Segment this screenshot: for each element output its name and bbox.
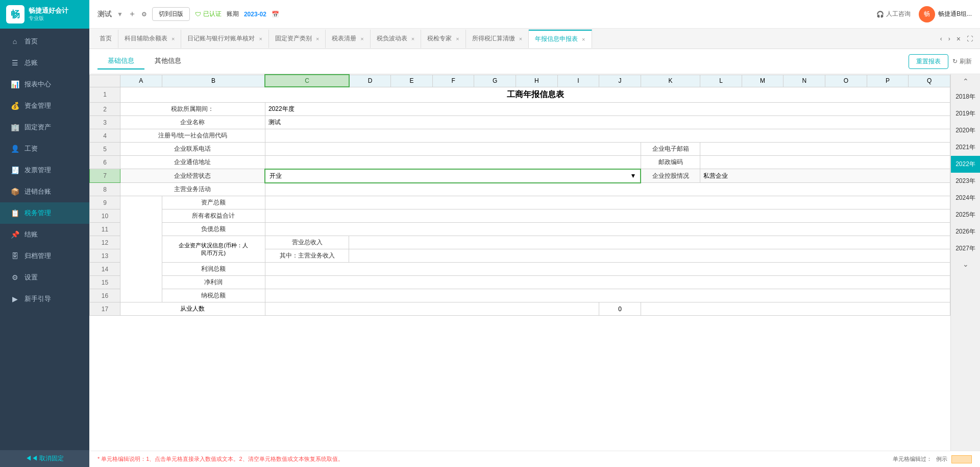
debt-label: 负债总额	[162, 223, 265, 236]
table-row: 11 负债总额	[90, 223, 950, 236]
sidebar-item-home[interactable]: ⌂ 首页	[0, 31, 89, 52]
expand-tab-button[interactable]: ⛶	[964, 33, 976, 44]
tab-journal-bank[interactable]: 日记账与银行对账单核对 ×	[181, 30, 268, 48]
total-tax-value[interactable]	[265, 289, 950, 302]
biz-status-cell[interactable]: 开业 ▼	[265, 169, 641, 183]
equity-label: 所有者权益合计	[162, 209, 265, 223]
employee-value-left[interactable]	[265, 302, 599, 316]
main-revenue-label: 其中：主营业务收入	[265, 249, 349, 263]
table-row: 10 所有者权益合计	[90, 209, 950, 223]
email-value[interactable]	[700, 143, 950, 156]
year-item-2019[interactable]: 2019年	[951, 105, 980, 122]
close-annual-report-icon[interactable]: ×	[582, 36, 585, 42]
sidebar-item-ledger[interactable]: ☰ 总账	[0, 52, 89, 74]
year-item-2025[interactable]: 2025年	[951, 206, 980, 223]
tab-annual-report[interactable]: 年报信息申报表 ×	[529, 30, 592, 48]
add-company-button[interactable]: ＋	[128, 9, 136, 19]
sidebar-item-invoice[interactable]: 🧾 发票管理	[0, 159, 89, 181]
sidebar-item-salary[interactable]: 👤 工资	[0, 138, 89, 159]
close-book-icon: 📌	[10, 230, 19, 239]
sidebar-item-fund[interactable]: 💰 资金管理	[0, 95, 89, 116]
row-num: 17	[90, 302, 120, 316]
employee-value[interactable]: 0	[599, 302, 641, 316]
spreadsheet-wrapper[interactable]: A B C D E F G H I J K L	[89, 74, 950, 451]
tab-fixed-asset-type[interactable]: 固定资产类别 ×	[269, 30, 326, 48]
row-num: 11	[90, 223, 120, 236]
reset-button[interactable]: 重置报表	[909, 54, 948, 69]
year-item-2024[interactable]: 2024年	[951, 190, 980, 206]
company-settings-icon[interactable]: ⚙	[141, 11, 147, 18]
tab-prev-button[interactable]: ‹	[937, 33, 945, 44]
col-k-header: K	[641, 75, 700, 87]
sidebar-item-guide[interactable]: ▶ 新手引导	[0, 288, 89, 310]
switch-old-button[interactable]: 切到旧版	[152, 7, 190, 21]
dropdown-arrow-icon[interactable]: ▼	[630, 172, 636, 179]
sidebar-item-stock[interactable]: 📦 进销台账	[0, 181, 89, 202]
refresh-button[interactable]: ↻ 刷新	[952, 57, 972, 66]
year-item-2022[interactable]: 2022年	[951, 156, 980, 173]
sidebar-item-close[interactable]: 📌 结账	[0, 224, 89, 245]
sidebar-item-fund-label: 资金管理	[24, 101, 51, 110]
year-item-2023[interactable]: 2023年	[951, 173, 980, 190]
reg-code-value[interactable]	[265, 129, 950, 143]
col-q-header: Q	[909, 75, 950, 87]
main-biz-label: 主营业务活动	[120, 183, 265, 196]
title-cell[interactable]: 工商年报信息表	[120, 87, 950, 103]
main-revenue-value[interactable]	[349, 249, 950, 263]
close-tax-expert-icon[interactable]: ×	[456, 36, 459, 42]
subtab-other-info[interactable]: 其他信息	[144, 53, 191, 69]
close-income-tax-icon[interactable]: ×	[519, 36, 522, 42]
year-item-2018[interactable]: 2018年	[951, 88, 980, 105]
sidebar-item-settings[interactable]: ⚙ 设置	[0, 267, 89, 288]
total-profit-value[interactable]	[265, 263, 950, 276]
year-item-2020[interactable]: 2020年	[951, 122, 980, 139]
cancel-pin-button[interactable]: ◀◀ 取消固定	[0, 450, 89, 467]
tab-fixed-asset-type-label: 固定资产类别	[275, 34, 312, 43]
tab-tax-table[interactable]: 税表清册 ×	[326, 30, 370, 48]
tab-home[interactable]: 首页	[93, 30, 118, 48]
equity-value[interactable]	[265, 209, 950, 223]
sidebar-item-asset[interactable]: 🏢 固定资产	[0, 116, 89, 138]
net-profit-value[interactable]	[265, 276, 950, 289]
sidebar-item-tax[interactable]: 📋 税务管理	[0, 202, 89, 224]
tab-next-button[interactable]: ›	[945, 33, 953, 44]
consult-button[interactable]: 🎧 人工咨询	[876, 10, 911, 18]
tab-income-tax[interactable]: 所得税汇算清缴 ×	[466, 30, 529, 48]
company-name-value[interactable]: 测试	[265, 116, 950, 129]
sidebar-item-archive[interactable]: 🗄 归档管理	[0, 245, 89, 267]
year-item-2021[interactable]: 2021年	[951, 139, 980, 156]
subtabs: 基础信息 其他信息	[97, 53, 191, 69]
close-journal-bank-icon[interactable]: ×	[259, 36, 262, 42]
year-item-2027[interactable]: 2027年	[951, 240, 980, 257]
phone-value[interactable]	[265, 143, 641, 156]
close-auxiliary-balance-icon[interactable]: ×	[172, 36, 175, 42]
tax-period-value[interactable]: 2022年度	[265, 103, 950, 116]
main-biz-value[interactable]	[265, 183, 950, 196]
year-scroll-down-button[interactable]: ⌄	[951, 257, 980, 271]
debt-value[interactable]	[265, 223, 950, 236]
total-asset-value[interactable]	[265, 196, 950, 209]
address-value[interactable]	[265, 156, 641, 169]
calendar-icon[interactable]: 📅	[272, 11, 279, 18]
tab-tax-expert[interactable]: 税检专家 ×	[421, 30, 465, 48]
table-row: 9 资产总额	[90, 196, 950, 209]
year-item-2026[interactable]: 2026年	[951, 223, 980, 240]
close-tax-table-icon[interactable]: ×	[360, 36, 363, 42]
close-fixed-asset-type-icon[interactable]: ×	[316, 36, 319, 42]
close-all-tabs-button[interactable]: ×	[953, 33, 964, 45]
tab-tax-fluctuation[interactable]: 税负波动表 ×	[371, 30, 421, 48]
year-scroll-up-button[interactable]: ⌃	[951, 74, 980, 88]
sidebar-item-report[interactable]: 📊 报表中心	[0, 74, 89, 95]
postcode-value[interactable]	[700, 156, 950, 169]
col-m-header: M	[742, 75, 783, 87]
asset-info-merged	[120, 196, 162, 302]
total-revenue-value[interactable]	[349, 236, 950, 249]
close-tax-fluctuation-icon[interactable]: ×	[411, 36, 414, 42]
employee-value-right[interactable]	[641, 302, 950, 316]
holding-value[interactable]: 私营企业	[700, 169, 950, 183]
subtab-basic-info[interactable]: 基础信息	[97, 53, 144, 69]
stock-icon: 📦	[10, 188, 19, 196]
row-num: 3	[90, 116, 120, 129]
tab-auxiliary-balance[interactable]: 科目辅助余额表 ×	[118, 30, 181, 48]
company-dropdown-icon[interactable]: ▼	[117, 11, 123, 18]
